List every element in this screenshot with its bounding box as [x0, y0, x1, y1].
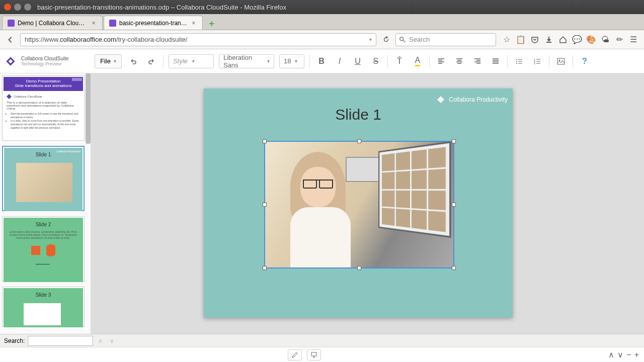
- pocket-icon[interactable]: [530, 35, 539, 44]
- slide-image[interactable]: [265, 142, 453, 267]
- presentation-mode-button[interactable]: [307, 349, 321, 360]
- thumb-subtitle: Slide transitions and animations: [4, 83, 83, 88]
- slide-thumbnail[interactable]: Collabora Productivity Slide 1: [2, 146, 85, 211]
- back-button[interactable]: [3, 33, 17, 47]
- find-next-button[interactable]: ∨: [108, 337, 116, 344]
- app-toolbar: Collabora CloudSuite Technology Preview …: [0, 49, 644, 73]
- separator: [549, 55, 549, 67]
- reload-button[interactable]: [379, 36, 392, 43]
- highlight-button[interactable]: A: [411, 55, 424, 68]
- back-icon: [6, 36, 14, 44]
- bookmark-star-icon[interactable]: ☆: [502, 35, 511, 44]
- resize-handle[interactable]: [452, 266, 456, 270]
- downloads-icon[interactable]: [544, 35, 553, 44]
- help-button[interactable]: ?: [578, 55, 591, 68]
- align-justify-button[interactable]: [489, 55, 502, 68]
- svg-point-1: [516, 59, 517, 60]
- slide-thumbnail[interactable]: Slide 2 Lorem ipsum dolor sit amet, cons…: [2, 216, 85, 282]
- align-right-button[interactable]: [471, 55, 484, 68]
- find-prev-button[interactable]: ∧: [96, 337, 105, 344]
- insert-image-button[interactable]: [554, 55, 568, 68]
- undo-button[interactable]: [127, 55, 140, 68]
- favicon-icon: [8, 20, 15, 27]
- svg-rect-9: [311, 352, 316, 356]
- zoom-up-button[interactable]: ∧: [608, 350, 614, 359]
- thumb-title: Slide 2: [4, 218, 83, 227]
- redo-icon: [147, 57, 155, 65]
- font-select[interactable]: Liberation Sans▾: [219, 54, 274, 68]
- align-left-button[interactable]: [435, 55, 448, 68]
- strike-icon: S: [373, 57, 379, 66]
- slide-thumbnail[interactable]: Demo Presentation Slide transitions and …: [2, 75, 85, 141]
- highlight-icon: A: [415, 56, 421, 66]
- find-input[interactable]: [28, 336, 93, 346]
- resize-handle[interactable]: [263, 266, 267, 270]
- status-bar: ∧ ∨ − +: [0, 347, 644, 362]
- redo-button[interactable]: [145, 55, 158, 68]
- browser-tab[interactable]: Demo | Collabora Cloud… ×: [2, 16, 103, 30]
- font-effects-button[interactable]: T̂: [393, 55, 406, 68]
- search-label: Search:: [4, 337, 25, 344]
- slide-canvas[interactable]: Collabora Productivity Slide 1: [204, 88, 513, 318]
- app-brand: Collabora CloudSuite Technology Preview: [4, 55, 90, 68]
- style-value: Style: [173, 57, 188, 65]
- font-size-select[interactable]: 18▾: [279, 54, 304, 68]
- align-center-button[interactable]: [453, 55, 466, 68]
- presentation-icon: [310, 351, 317, 358]
- window-maximize-button[interactable]: [24, 4, 31, 11]
- resize-handle[interactable]: [357, 266, 361, 270]
- slide-title[interactable]: Slide 1: [204, 88, 513, 123]
- caret-down-icon: ▾: [114, 58, 116, 64]
- slide-panel[interactable]: Demo Presentation Slide transitions and …: [0, 73, 91, 334]
- paint-icon[interactable]: 🎨: [587, 35, 596, 44]
- window-minimize-button[interactable]: [14, 4, 21, 11]
- chat-icon[interactable]: 💬: [573, 35, 582, 44]
- bold-button[interactable]: B: [315, 55, 328, 68]
- zoom-out-button[interactable]: −: [626, 350, 631, 359]
- clipboard-icon[interactable]: 📋: [516, 35, 525, 44]
- number-list-button[interactable]: 123: [531, 55, 544, 68]
- url-path: /try-collabora-cloudsuite/: [116, 36, 188, 43]
- resize-handle[interactable]: [452, 203, 456, 207]
- resize-handle[interactable]: [452, 139, 456, 143]
- resize-handle[interactable]: [357, 139, 361, 143]
- browser-navbar: https://www.collaboraoffice.com/try-coll…: [0, 30, 644, 49]
- zoom-down-button[interactable]: ∨: [617, 350, 623, 359]
- zoom-in-button[interactable]: +: [634, 350, 639, 359]
- resize-handle[interactable]: [263, 139, 267, 143]
- edit-mode-button[interactable]: [288, 349, 302, 360]
- align-left-icon: [438, 58, 445, 65]
- browser-tab[interactable]: basic-presentation-tran… ×: [104, 16, 203, 30]
- canvas-area[interactable]: Collabora Productivity Slide 1: [91, 73, 644, 334]
- resize-handle[interactable]: [263, 203, 267, 207]
- slide-thumbnail[interactable]: Slide 3: [2, 287, 85, 327]
- separator: [573, 55, 573, 67]
- close-tab-icon[interactable]: ×: [90, 20, 97, 27]
- help-icon: ?: [582, 57, 587, 66]
- weather-icon[interactable]: 🌤: [601, 35, 610, 44]
- underline-button[interactable]: U: [351, 55, 364, 68]
- favicon-icon: [109, 20, 116, 27]
- new-tab-button[interactable]: +: [206, 18, 218, 30]
- scrollbar[interactable]: [86, 73, 91, 144]
- bullet-list-button[interactable]: [513, 55, 526, 68]
- close-tab-icon[interactable]: ×: [190, 20, 197, 27]
- align-center-icon: [456, 58, 463, 65]
- search-box[interactable]: Search: [395, 33, 496, 46]
- window-close-button[interactable]: [4, 4, 11, 11]
- url-bar[interactable]: https://www.collaboraoffice.com/try-coll…: [20, 33, 376, 46]
- file-menu[interactable]: File ▾: [95, 54, 122, 68]
- italic-button[interactable]: I: [333, 55, 346, 68]
- strike-button[interactable]: S: [369, 55, 382, 68]
- align-justify-icon: [492, 58, 499, 65]
- home-icon[interactable]: [558, 35, 568, 44]
- dev-icon[interactable]: ✏: [615, 35, 624, 44]
- menu-icon[interactable]: ☰: [629, 35, 638, 44]
- style-select[interactable]: Style▾: [169, 54, 214, 68]
- thumb-image: [24, 303, 61, 325]
- selected-image-frame[interactable]: [264, 141, 454, 268]
- window-controls: [4, 4, 31, 11]
- url-dropdown-icon[interactable]: ▾: [369, 37, 372, 42]
- tab-label: basic-presentation-tran…: [119, 20, 187, 27]
- thumb-corner: Collabora Productivity: [56, 150, 80, 153]
